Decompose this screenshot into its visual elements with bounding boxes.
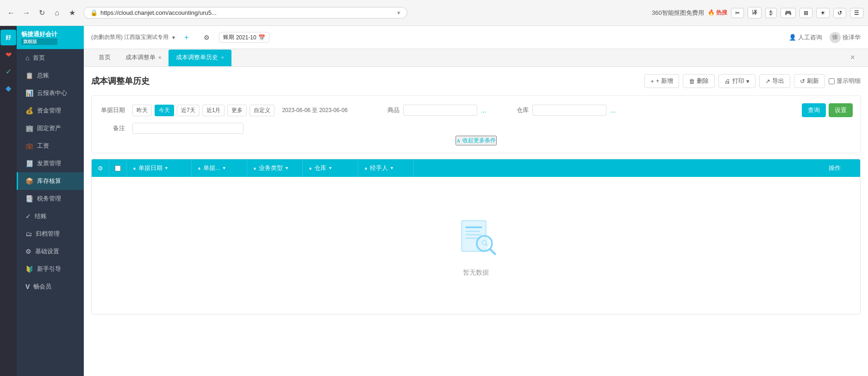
sidebar-item-archive[interactable]: 🗂 归档管理 [17,225,84,243]
sidebar-item-guide[interactable]: 🔰 新手引导 [17,260,84,278]
grid-button[interactable]: ⊞ [799,8,812,18]
settings-button[interactable]: ☀ [816,8,830,18]
delete-button[interactable]: 🗑 删除 [683,74,715,88]
tab-cost-adjust[interactable]: 成本调整单 × [118,50,169,66]
vip-icon: V [25,283,30,290]
browser-nav-buttons: ← → ↻ ⌂ ★ [5,6,79,19]
menu-button[interactable]: ☰ [850,8,863,18]
date-range-text: 2023-06-06 至 2023-06-06 [282,107,347,114]
tab-home[interactable]: 首页 [91,50,118,66]
sidebar-label-ledger: 总账 [37,71,49,80]
table-header-type[interactable]: ▲ 业务类型 ▼ [247,159,303,177]
sidebar-item-vip[interactable]: V 畅会员 [17,278,84,295]
svg-rect-4 [465,234,481,236]
sort-down-icon2: ▼ [222,166,226,170]
warehouse-input[interactable] [532,105,606,116]
show-columns-checkbox[interactable] [829,78,835,84]
add-company-button[interactable]: + [179,31,194,44]
icon-sidebar-logo[interactable]: 好 [0,30,16,45]
sidebar-label-home: 首页 [33,54,45,62]
sidebar-item-salary[interactable]: 💼 工资 [17,137,84,155]
last7-btn[interactable]: 近7天 [177,105,200,116]
game-button[interactable]: 🎮 [781,8,796,18]
table-gear-cell[interactable]: ⚙ [92,159,109,177]
history-button[interactable]: ↺ [833,8,846,18]
query-button[interactable]: 查询 [802,103,826,117]
warehouse-filter: 仓库 ... [503,105,616,116]
table-header-num[interactable]: ▲ 单据... ▼ [192,159,247,177]
svg-rect-5 [465,238,478,239]
icon-sidebar-weibo[interactable]: ❤ [1,47,16,62]
warehouse-more-btn[interactable]: ... [610,107,616,114]
collapse-arrow-icon: ∧ [456,138,461,144]
collapse-button[interactable]: ∧ 收起更多条件 [456,136,497,145]
sidebar-item-home[interactable]: ⌂ 首页 [17,49,84,67]
table-checkbox-cell[interactable] [109,159,127,177]
goods-more-btn[interactable]: ... [481,107,487,114]
scissors-button[interactable]: ✂ [731,8,744,18]
yesterday-btn[interactable]: 昨天 [132,105,152,116]
table-header-warehouse[interactable]: ▲ 仓库 ▼ [303,159,358,177]
last-month-btn[interactable]: 近1月 [202,105,225,116]
sidebar-item-inventory[interactable]: 📦 库存核算 [17,172,84,190]
tab-cost-adjust-close[interactable]: × [158,55,161,60]
sidebar-item-fixed[interactable]: 🏢 固定资产 [17,119,84,137]
print-button[interactable]: 🖨 打印 ▾ [718,74,756,88]
period-value: 2021-10 [236,34,256,41]
table-header-date[interactable]: ▲ 单据日期 ▼ [127,159,192,177]
col-type-label: 业务类型 [259,164,283,172]
settings-gear-button[interactable]: ⚙ [198,31,215,44]
svg-point-7 [479,238,490,249]
refresh-button[interactable]: ↺ 刷新 [794,74,825,88]
dropdown-icon[interactable]: ▾ [397,9,400,16]
dropdown-company-icon[interactable]: ▾ [172,34,175,41]
sidebar-item-settings[interactable]: ⚙ 基础设置 [17,243,84,260]
company-name: (勿删勿禁用) 江西版宝测试专用 [91,33,169,41]
select-all-checkbox[interactable] [115,165,121,171]
icon-sidebar-blue1[interactable]: ◆ [1,81,16,95]
new-button[interactable]: + + 新增 [644,74,679,88]
sidebar-item-invoice[interactable]: 🧾 发票管理 [17,155,84,172]
back-button[interactable]: ← [5,6,18,19]
page-header: 成本调整单历史 + + 新增 🗑 删除 🖨 打印 ▾ [91,74,861,88]
tab-cost-history-close[interactable]: × [221,55,224,60]
sidebar-item-ledger[interactable]: 📋 总账 [17,67,84,84]
sidebar-item-checkout[interactable]: ✓ 结账 [17,207,84,225]
search-label: 360智能抠图免费用 [652,9,704,17]
col-action-label: 操作 [829,164,841,172]
close-all-tabs-button[interactable]: × [844,50,861,65]
note-input[interactable] [132,123,244,134]
sidebar-item-reports[interactable]: 📊 云报表中心 [17,84,84,102]
translate-button[interactable]: 译 [748,7,762,19]
sidebar-item-tax[interactable]: 📑 税务管理 [17,190,84,207]
reload-button[interactable]: ↻ [35,6,48,19]
more-btn[interactable]: 更多 [227,105,247,116]
export-button[interactable]: ↗ 导出 [759,74,790,88]
print-dropdown-icon: ▾ [746,78,749,85]
table-container: ⚙ ▲ 单据日期 ▼ ▲ 单据... ▼ [91,159,861,314]
svg-rect-2 [465,226,482,228]
today-btn[interactable]: 今天 [155,105,174,116]
tab-cost-history[interactable]: 成本调整单历史 × [169,50,231,66]
setting-button[interactable]: 设置 [829,103,853,117]
user-profile[interactable]: 徐 徐泽华 [830,32,861,43]
goods-filter: 商品 ... [374,105,487,116]
show-columns-label[interactable]: 显示明细 [829,77,861,85]
wallet-button[interactable]: ₿ [765,8,777,18]
consult-button[interactable]: 👤 人工咨询 [789,33,822,42]
page-body: 成本调整单历史 + + 新增 🗑 删除 🖨 打印 ▾ [84,67,868,376]
goods-input[interactable] [403,105,477,116]
forward-button[interactable]: → [20,6,33,19]
sort-down-icon4: ▼ [328,166,332,170]
custom-btn[interactable]: 自定义 [250,105,275,116]
table-header-operator[interactable]: ▲ 经手人 ▼ [358,159,414,177]
export-icon: ↗ [765,78,770,85]
home-button[interactable]: ⌂ [50,6,63,19]
setting-label: 设置 [835,106,847,114]
icon-sidebar-green1[interactable]: ✓ [1,64,16,79]
export-label: 导出 [772,77,784,85]
bookmark-button[interactable]: ★ [66,6,79,19]
sidebar-item-capital[interactable]: 💰 资金管理 [17,102,84,119]
address-bar[interactable]: 🔒 https://cloud.chanjet.com/accounting/u… [83,7,407,19]
archive-icon: 🗂 [25,230,32,238]
